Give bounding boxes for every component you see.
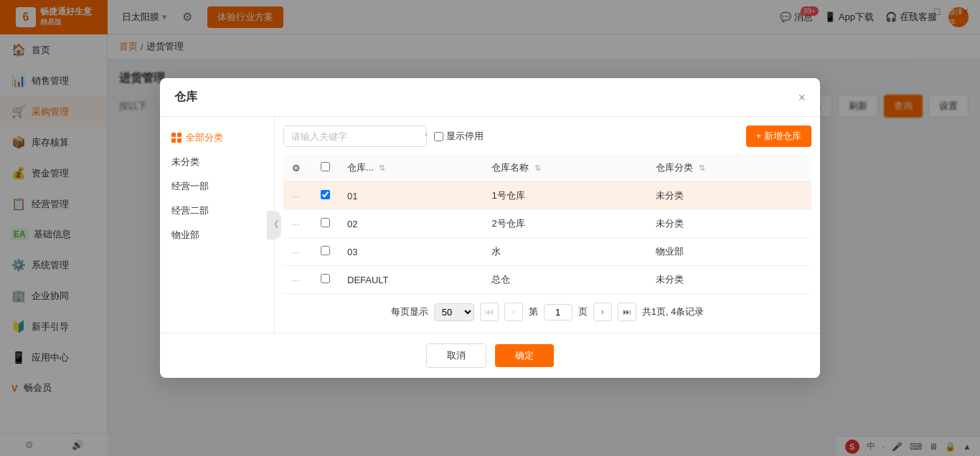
add-warehouse-button[interactable]: + 新增仓库 [746, 125, 811, 147]
table-row[interactable]: ··· 02 2号仓库 未分类 [283, 210, 811, 238]
page-label: 第 [529, 305, 538, 318]
row-actions-cell: ··· [283, 266, 312, 294]
table-gear-icon[interactable]: ⚙ [292, 163, 301, 174]
name-sort-icon: ⇅ [534, 163, 541, 172]
row-more-icon[interactable]: ··· [292, 191, 300, 201]
per-page-label: 每页显示 [391, 305, 428, 318]
page-input[interactable] [544, 304, 573, 320]
category-item-dept1[interactable]: 经营一部 [160, 174, 274, 199]
row-code-cell: DEFAULT [339, 266, 483, 294]
category-item-dept2[interactable]: 经营二部 [160, 199, 274, 223]
category-sort-icon: ⇅ [699, 163, 705, 172]
row-code-cell: 02 [339, 210, 483, 238]
total-info: 共1页, 4条记录 [642, 305, 705, 318]
row-code-cell: 03 [339, 238, 483, 266]
row-checkbox-cell [312, 210, 339, 238]
row-checkbox[interactable] [321, 190, 330, 199]
table-row[interactable]: ··· DEFAULT 总仓 未分类 [283, 266, 811, 294]
table-wrapper: ⚙ 仓库... ⇅ 仓库名称 [283, 154, 811, 294]
row-checkbox[interactable] [321, 246, 330, 255]
page-unit-label: 页 [578, 305, 588, 318]
pagination: 每页显示 50 100 200 ⏮ ‹ 第 页 › ⏭ 共1页, 4条记录 [283, 294, 811, 324]
category-panel: 全部分类 未分类 经营一部 经营二部 物业部 《 [160, 117, 275, 333]
row-name-cell: 1号仓库 [483, 182, 647, 210]
modal-header: 仓库 × [160, 78, 820, 117]
row-category-cell: 未分类 [647, 266, 811, 294]
first-page-button[interactable]: ⏮ [480, 303, 499, 321]
row-category-cell: 未分类 [647, 210, 811, 238]
table-row[interactable]: ··· 01 1号仓库 未分类 [283, 182, 811, 210]
row-checkbox-cell [312, 266, 339, 294]
modal-footer: 取消 确定 [160, 333, 820, 378]
row-more-icon[interactable]: ··· [292, 247, 300, 257]
search-input[interactable] [284, 127, 419, 146]
row-name-cell: 2号仓库 [483, 210, 647, 238]
search-box: 🔍 [283, 125, 427, 147]
col-name[interactable]: 仓库名称 ⇅ [483, 154, 647, 182]
col-checkbox [312, 154, 339, 182]
last-page-button[interactable]: ⏭ [618, 303, 636, 321]
modal-body: 全部分类 未分类 经营一部 经营二部 物业部 《 🔍 [160, 117, 820, 333]
confirm-button[interactable]: 确定 [495, 344, 554, 367]
row-category-cell: 未分类 [647, 182, 811, 210]
code-sort-icon: ⇅ [379, 163, 385, 172]
all-categories-item[interactable]: 全部分类 [160, 125, 274, 150]
row-actions-cell: ··· [283, 182, 312, 210]
table-panel: 🔍 显示停用 + 新增仓库 ⚙ [275, 117, 820, 333]
modal-title: 仓库 [174, 90, 197, 105]
warehouse-modal: 仓库 × 全部分类 未分类 经营一部 经营二部 物业部 [160, 78, 820, 378]
select-all-checkbox[interactable] [321, 162, 330, 171]
row-more-icon[interactable]: ··· [292, 275, 300, 285]
row-category-cell: 物业部 [647, 238, 811, 266]
cancel-button[interactable]: 取消 [426, 343, 486, 368]
col-category[interactable]: 仓库分类 ⇅ [647, 154, 811, 182]
show-disabled-checkbox-label[interactable]: 显示停用 [434, 130, 484, 143]
table-toolbar: 🔍 显示停用 + 新增仓库 [283, 125, 811, 147]
modal-close-button[interactable]: × [798, 91, 806, 104]
row-name-cell: 水 [483, 238, 647, 266]
col-settings: ⚙ [283, 154, 312, 182]
table-row[interactable]: ··· 03 水 物业部 [283, 238, 811, 266]
col-code[interactable]: 仓库... ⇅ [339, 154, 483, 182]
warehouse-table: ⚙ 仓库... ⇅ 仓库名称 [283, 154, 811, 294]
row-checkbox[interactable] [321, 218, 330, 227]
search-button[interactable]: 🔍 [419, 126, 427, 146]
row-checkbox-cell [312, 182, 339, 210]
row-actions-cell: ··· [283, 238, 312, 266]
page-size-select[interactable]: 50 100 200 [434, 303, 474, 321]
grid-icon [171, 133, 182, 143]
row-name-cell: 总仓 [483, 266, 647, 294]
row-more-icon[interactable]: ··· [292, 219, 300, 229]
row-actions-cell: ··· [283, 210, 312, 238]
prev-page-button[interactable]: ‹ [504, 303, 523, 321]
collapse-panel-button[interactable]: 《 [267, 211, 281, 239]
row-code-cell: 01 [339, 182, 483, 210]
category-item-property[interactable]: 物业部 [160, 223, 274, 247]
row-checkbox-cell [312, 238, 339, 266]
show-disabled-checkbox[interactable] [434, 132, 443, 141]
next-page-button[interactable]: › [593, 303, 612, 321]
row-checkbox[interactable] [321, 274, 330, 283]
category-item-unclassified[interactable]: 未分类 [160, 150, 274, 174]
modal-overlay: 仓库 × 全部分类 未分类 经营一部 经营二部 物业部 [0, 0, 980, 456]
